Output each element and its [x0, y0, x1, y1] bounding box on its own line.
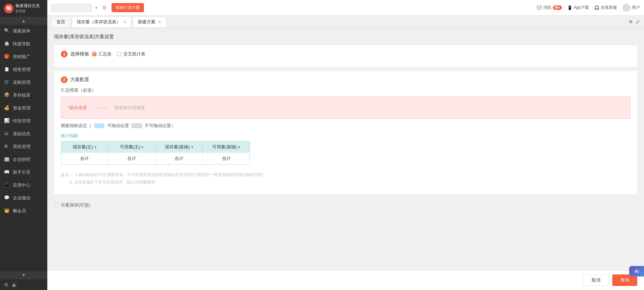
experience-btn[interactable]: 体验行业方案 — [112, 3, 144, 12]
topbar-chevron-icon[interactable]: ▾ — [95, 5, 97, 10]
sidebar-item-basic-info[interactable]: 🗂 基础信息 — [0, 127, 47, 140]
step1-label: 选择模板 — [70, 51, 89, 57]
message-icon: 💬 — [537, 5, 542, 10]
ai-fab-button[interactable]: Ai — [629, 266, 644, 276]
guide-icon: 📖 — [4, 169, 10, 175]
sidebar-item-search[interactable]: 🔍 搜索菜单 — [0, 25, 47, 38]
col-available-aux[interactable]: 可用量(基辅) ▾ — [203, 141, 250, 153]
topbar-message[interactable]: 💬 消息 99+ — [537, 5, 562, 10]
member-icon: 👑 — [4, 208, 10, 214]
radio-cross-circle — [117, 52, 122, 56]
movable-label: 可拖动位置 — [107, 123, 129, 129]
sidebar-item-new-guide[interactable]: 📖 新手引导 — [0, 166, 47, 179]
enterprise-icon: 🏢 — [4, 156, 10, 163]
sidebar-item-sales-label: 销售管理 — [13, 67, 30, 73]
cell-current-aux: 合计 — [156, 153, 203, 164]
sidebar-item-basicinfo-label: 基础信息 — [13, 131, 30, 137]
topbar-app-download[interactable]: 📱 App下载 — [567, 5, 589, 10]
tab-new-scheme[interactable]: 新建方案 ✕ — [133, 17, 166, 27]
tab-inventory-status[interactable]: 现存量（库存状况表） ✕ — [72, 17, 131, 27]
tab-home[interactable]: 首页 — [51, 17, 70, 27]
stats-label: 统计指标 — [61, 133, 630, 139]
sidebar-item-quick-nav[interactable]: 🏠 快捷导航 — [0, 38, 47, 50]
sound-bottom-btn[interactable]: 🔈 — [12, 282, 18, 287]
tip-2-num — [61, 179, 68, 186]
col-available-main-label: 可用量(主) — [120, 144, 141, 150]
radio-cross[interactable]: 交叉统计表 — [117, 51, 145, 57]
tab-new-scheme-close[interactable]: ✕ — [158, 20, 161, 24]
message-label: 消息 — [543, 5, 551, 10]
col-current-main-label: 现存量(主) — [73, 144, 93, 150]
page-content: 现存量(库存状况表)方案设置 1 选择模板 汇总表 交叉统计表 — [47, 28, 644, 270]
radio-summary-circle — [92, 52, 97, 56]
col-current-aux[interactable]: 现存量(基辅) ▾ — [156, 141, 203, 153]
topbar-user[interactable]: 用户 — [622, 4, 640, 12]
template-indicators: 模板指标设定（ 可拖动位置 不可拖动位置） — [61, 123, 630, 129]
sidebar-item-member[interactable]: 👑 畅会员 — [0, 204, 47, 217]
sidebar-item-finance[interactable]: 💰 资金管理 — [0, 102, 47, 115]
tab-new-scheme-label: 新建方案 — [138, 19, 155, 25]
step1-badge: 1 — [61, 51, 68, 57]
cell-current-main: 合计 — [61, 153, 108, 164]
sidebar-scroll-up[interactable]: ▲ — [0, 17, 47, 25]
dimension-area: *纵向维度 —— 请选择分组维度 — [61, 97, 630, 119]
dim-placeholder[interactable]: 请选择分组维度 — [114, 105, 145, 111]
sidebar-item-marketing[interactable]: 🎁 营销推广 — [0, 50, 47, 63]
sidebar-item-enterprise[interactable]: 🏢 企业协同 — [0, 153, 47, 166]
sidebar-item-management[interactable]: 📊 经营管理 — [0, 115, 47, 127]
movable-indicator — [94, 123, 104, 128]
message-badge: 99+ — [553, 5, 562, 10]
cell-available-aux: 合计 — [203, 153, 250, 164]
sidebar-item-purchase[interactable]: 🛒 采购管理 — [0, 76, 47, 89]
topbar-search-input[interactable] — [51, 4, 92, 12]
sidebar-item-marketing-label: 营销推广 — [13, 54, 30, 60]
step1-section: 1 选择模板 汇总表 交叉统计表 — [54, 45, 637, 67]
sidebar-item-app-center[interactable]: 📱 应用中心 — [0, 179, 47, 192]
topbar-gear-icon[interactable]: ⚙ — [102, 4, 107, 11]
sidebar-item-sales[interactable]: 📋 销售管理 — [0, 63, 47, 76]
col-current-main[interactable]: 现存量(主) ▾ — [61, 141, 108, 153]
app-name: 畅康通好生意 — [16, 3, 40, 9]
tips-section: 提示： 1.拖动标题栏可以调整布局，不可跨维度或指标区域拖动栏目字段(只能在同一… — [61, 169, 630, 189]
radio-summary-dot — [93, 53, 96, 55]
home-icon: 🏠 — [4, 41, 10, 47]
col-available-main[interactable]: 可用量(主) ▾ — [108, 141, 156, 153]
save-checkbox[interactable] — [54, 203, 59, 208]
tabbar: 首页 现存量（库存状况表） ✕ 新建方案 ✕ ✕ ⤢ — [47, 16, 644, 28]
tab-inventory-label: 现存量（库存状况表） — [77, 19, 121, 25]
radio-summary-label: 汇总表 — [98, 51, 112, 57]
col-current-main-chevron[interactable]: ▾ — [95, 145, 97, 149]
sidebar-item-member-label: 畅会员 — [13, 208, 26, 214]
step2-header: 2 方案配置 — [61, 76, 630, 83]
sidebar-item-enterprise-wechat[interactable]: 💬 企业微信 — [0, 192, 47, 204]
sidebar-item-system[interactable]: ⚙ 系统管理 — [0, 140, 47, 153]
step1-header: 1 选择模板 汇总表 交叉统计表 — [61, 51, 630, 57]
fixed-indicator — [132, 123, 142, 128]
sidebar-item-inventory[interactable]: 📦 库存核算 — [0, 89, 47, 102]
tab-home-label: 首页 — [56, 19, 65, 25]
step2-badge: 2 — [61, 76, 68, 83]
col-current-aux-chevron[interactable]: ▾ — [191, 145, 193, 149]
col-available-main-chevron[interactable]: ▾ — [142, 145, 144, 149]
radio-summary[interactable]: 汇总表 — [92, 51, 112, 57]
tip-1-text: 1.拖动标题栏可以调整布局，不可跨维度或指标区域拖动栏目字段(只能在同一维度或指… — [75, 171, 264, 179]
tab-inventory-close[interactable]: ✕ — [123, 20, 126, 24]
sidebar-scroll-down[interactable]: ▼ — [0, 271, 47, 279]
service-icon: 🎧 — [594, 5, 599, 10]
step2-section: 2 方案配置 汇总维度（必选） *纵向维度 —— 请选择分组维度 模板指标设定（… — [54, 71, 637, 194]
fixed-label: 不可拖动位置） — [145, 123, 175, 129]
app-center-icon: 📱 — [4, 182, 10, 188]
wechat-icon: 💬 — [4, 195, 10, 201]
app-download-icon: 📱 — [567, 5, 572, 10]
col-available-aux-chevron[interactable]: ▾ — [238, 145, 240, 149]
topbar-online-service[interactable]: 🎧 在线客服 — [594, 5, 617, 10]
settings-bottom-btn[interactable]: ⚙ — [4, 282, 8, 287]
template-indicator-text: 模板指标设定（ — [61, 123, 92, 129]
sidebar-item-system-label: 系统管理 — [13, 144, 30, 150]
vertical-dim-label: *纵向维度 — [68, 105, 87, 111]
panel-expand-btn[interactable]: ⤢ — [636, 19, 640, 25]
panel-close-btn[interactable]: ✕ — [628, 19, 633, 25]
cancel-button[interactable]: 取消 — [583, 274, 609, 286]
sidebar-nav: 🏠 快捷导航 🎁 营销推广 📋 销售管理 🛒 采购管理 📦 库存核算 💰 资金管… — [0, 38, 47, 271]
template-radio-group: 汇总表 交叉统计表 — [92, 51, 145, 57]
